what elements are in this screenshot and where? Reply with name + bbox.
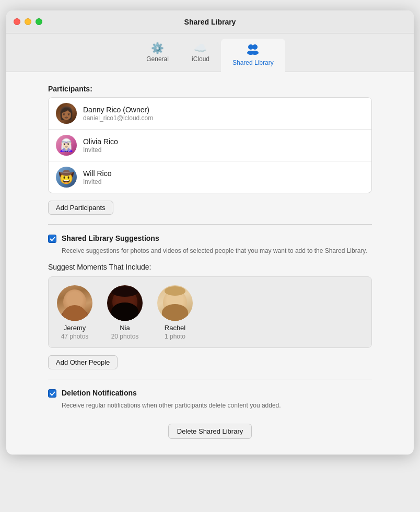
person-avatar-nia <box>107 285 143 321</box>
person-count-jeremy: 47 photos <box>61 333 89 340</box>
person-name-rachel: Rachel <box>165 324 185 332</box>
participant-info-danny: Danny Rico (Owner) daniel_rico1@icloud.c… <box>83 106 153 122</box>
suggest-moments-box: Jeremy 47 photos Nia 20 photos <box>48 276 372 348</box>
tab-shared-library-label: Shared Library <box>232 59 274 66</box>
deletion-checkbox-label: Deletion Notifications <box>62 389 137 397</box>
divider-2 <box>48 379 372 379</box>
gear-icon: ⚙️ <box>151 43 164 53</box>
add-other-people-button[interactable]: Add Other People <box>48 355 118 369</box>
minimize-button[interactable] <box>25 18 31 25</box>
svg-point-1 <box>252 44 258 50</box>
participant-info-olivia: Olivia Rico Invited <box>83 137 118 154</box>
suggest-moments-label: Suggest Moments That Include: <box>48 263 372 271</box>
participant-name-danny: Danny Rico (Owner) <box>83 106 153 114</box>
tabs-bar: ⚙️ General ☁️ iCloud Shared Library <box>6 33 414 72</box>
tab-shared-library[interactable]: Shared Library <box>221 39 285 72</box>
person-avatar-rachel <box>157 285 193 321</box>
avatar-olivia: 🧝🏻‍♀️ <box>56 135 77 156</box>
participant-info-will: Will Rico Invited <box>83 169 111 185</box>
content-area: Participants: 👩🏾 Danny Rico (Owner) dani… <box>6 72 414 455</box>
tab-icloud[interactable]: ☁️ iCloud <box>180 39 221 72</box>
person-count-nia: 20 photos <box>111 333 139 340</box>
avatar-will: 🤠 <box>56 167 77 188</box>
window-title: Shared Library <box>184 18 236 26</box>
shared-library-icon <box>246 43 260 57</box>
deletion-description: Receive regular notifications when other… <box>62 401 372 410</box>
participant-status-will: Invited <box>83 178 111 185</box>
close-button[interactable] <box>14 18 20 25</box>
person-card-rachel[interactable]: Rachel 1 photo <box>157 285 193 340</box>
participants-box: 👩🏾 Danny Rico (Owner) daniel_rico1@iclou… <box>48 97 372 193</box>
maximize-button[interactable] <box>36 18 42 25</box>
delete-shared-library-button[interactable]: Delete Shared Library <box>168 424 252 439</box>
add-participants-button[interactable]: Add Participants <box>48 201 113 215</box>
person-avatar-jeremy <box>57 285 92 321</box>
person-card-nia[interactable]: Nia 20 photos <box>107 285 143 340</box>
participant-row-olivia: 🧝🏻‍♀️ Olivia Rico Invited <box>49 130 371 161</box>
deletion-checkbox-row: Deletion Notifications <box>48 389 372 398</box>
participant-row-will: 🤠 Will Rico Invited <box>49 161 371 193</box>
svg-point-3 <box>251 51 259 55</box>
suggestions-checkbox[interactable] <box>48 235 56 243</box>
person-count-rachel: 1 photo <box>165 333 185 340</box>
traffic-lights <box>14 18 42 25</box>
titlebar: Shared Library <box>6 10 414 33</box>
divider-1 <box>48 224 372 225</box>
participants-label: Participants: <box>48 85 372 93</box>
tab-general-label: General <box>146 55 169 63</box>
deletion-checkbox[interactable] <box>48 389 56 398</box>
avatar-danny: 👩🏾 <box>56 103 77 124</box>
participant-name-will: Will Rico <box>83 169 111 178</box>
suggestions-description: Receive suggestions for photos and video… <box>62 246 372 255</box>
tab-general[interactable]: ⚙️ General <box>135 39 180 72</box>
person-name-jeremy: Jeremy <box>64 324 86 332</box>
participant-row-danny: 👩🏾 Danny Rico (Owner) daniel_rico1@iclou… <box>49 98 371 130</box>
person-card-jeremy[interactable]: Jeremy 47 photos <box>57 285 92 340</box>
participant-status-olivia: Invited <box>83 146 118 154</box>
participant-name-olivia: Olivia Rico <box>83 137 118 146</box>
main-window: Shared Library ⚙️ General ☁️ iCloud Shar… <box>6 10 414 455</box>
tab-icloud-label: iCloud <box>192 55 209 63</box>
suggestions-checkbox-label: Shared Library Suggestions <box>62 234 159 242</box>
person-name-nia: Nia <box>120 324 130 332</box>
participant-detail-danny: daniel_rico1@icloud.com <box>83 114 153 122</box>
cloud-icon: ☁️ <box>194 43 207 53</box>
suggestions-checkbox-row: Shared Library Suggestions <box>48 234 372 243</box>
